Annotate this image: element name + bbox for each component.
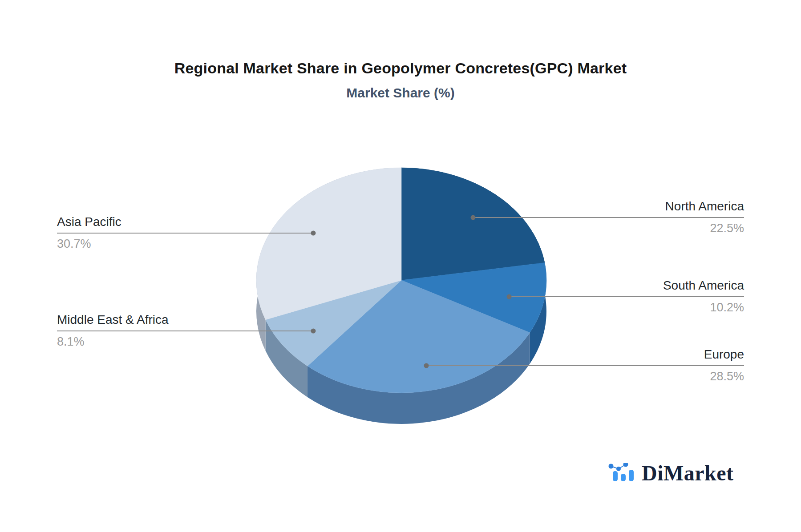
slice-label-name: North America bbox=[665, 198, 744, 215]
pie-chart bbox=[0, 0, 801, 532]
slice-label-percent: 8.1% bbox=[57, 333, 85, 350]
leader-dot-0 bbox=[471, 215, 476, 220]
leader-dot-4 bbox=[311, 231, 316, 236]
chart-figure: Regional Market Share in Geopolymer Conc… bbox=[0, 0, 801, 532]
slice-label-percent: 10.2% bbox=[710, 299, 744, 316]
leader-dot-3 bbox=[311, 329, 316, 334]
slice-label-name: Middle East & Africa bbox=[57, 311, 169, 328]
pie-slice-0 bbox=[401, 168, 545, 280]
logo: DiMarket bbox=[608, 463, 734, 484]
logo-text: DiMarket bbox=[642, 463, 734, 484]
leader-dot-1 bbox=[507, 294, 512, 299]
slice-label-percent: 22.5% bbox=[710, 220, 744, 237]
slice-label-name: South America bbox=[663, 277, 744, 294]
slice-label-percent: 30.7% bbox=[57, 235, 91, 252]
slice-label-name: Asia Pacific bbox=[57, 214, 121, 230]
leader-dot-2 bbox=[424, 363, 429, 368]
slice-label-name: Europe bbox=[704, 346, 744, 363]
dimarket-logo-icon bbox=[608, 463, 635, 483]
slice-label-percent: 28.5% bbox=[710, 368, 744, 385]
